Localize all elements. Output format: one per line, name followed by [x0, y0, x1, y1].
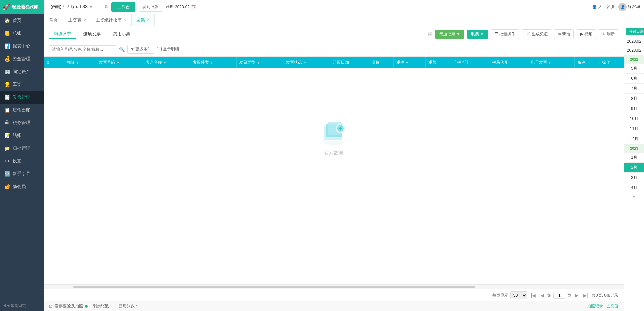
- sidebar-item-funds[interactable]: 💰 资金管理: [0, 52, 44, 65]
- scroll-down-btn[interactable]: ▼: [624, 193, 644, 200]
- date-item-month6[interactable]: 6月: [624, 74, 644, 84]
- sidebar-label-invoice: 发票管理: [13, 94, 30, 100]
- sidebar-item-reports[interactable]: 📊 报表中心: [0, 40, 44, 52]
- horizontal-scrollbar[interactable]: [73, 286, 475, 288]
- next-page-btn[interactable]: ▶: [573, 292, 580, 299]
- page-header: 销项发票 进项发票 费用小票 ⊞ 无血取票 ▼: [44, 26, 624, 42]
- company-selector[interactable]: (勿删) 江西股宝-LSS ▼: [48, 3, 101, 11]
- 2023-month3-label: 3月: [631, 175, 637, 180]
- sub-tab-sales[interactable]: 销项发票: [49, 29, 76, 39]
- search-input[interactable]: [49, 45, 116, 53]
- last-page-btn[interactable]: ▶|: [582, 292, 590, 299]
- pagination: 每页显示 50 100 200 |◀ ◀ 第 页 ▶ ▶| 共0页,: [492, 291, 618, 299]
- date-item-month12[interactable]: 12月: [624, 134, 644, 144]
- page-input[interactable]: [553, 292, 565, 299]
- customer-service-btn[interactable]: 👤 人工客服: [592, 4, 614, 10]
- refresh-btn[interactable]: ↻ 刷新: [599, 29, 618, 39]
- col-setting[interactable]: ⚙: [44, 57, 54, 68]
- tab-close-salary-report[interactable]: ✕: [124, 18, 127, 22]
- date-item-month8[interactable]: 8月: [624, 94, 644, 104]
- dot: [85, 305, 88, 308]
- user-menu[interactable]: 👤 徐溶华: [618, 3, 640, 11]
- tab-close-invoice[interactable]: ✕: [147, 18, 150, 22]
- generate-voucher-btn[interactable]: 📄 生成凭证: [522, 29, 551, 39]
- detail-checkbox[interactable]: [157, 47, 162, 51]
- month12-label: 12月: [630, 137, 638, 141]
- sidebar-item-home[interactable]: 🏠 首页: [0, 14, 44, 27]
- tax-icon: 🏛: [4, 120, 10, 125]
- copy-icon[interactable]: ⧉: [105, 4, 108, 10]
- sidebar-item-invoice[interactable]: 🧾 发票管理: [0, 91, 44, 104]
- tab-invoice[interactable]: 发票 ✕: [132, 14, 155, 26]
- date-item-2023-4[interactable]: 4月: [624, 183, 644, 193]
- tab-bar: 首页 工资表 ✕ 工资统计报表 ✕ 发票 ✕: [44, 14, 644, 26]
- date-item-2023-02-1[interactable]: 2023.02: [624, 37, 644, 46]
- date-item-2023-1[interactable]: 1月: [624, 153, 644, 163]
- sidebar-item-archive[interactable]: 📁 归档管理: [0, 142, 44, 155]
- sub-tab-expense[interactable]: 费用小票: [108, 29, 135, 39]
- date-panel-header: 开账日期 ✕: [624, 26, 644, 37]
- sidebar-item-salary[interactable]: 👷 工资: [0, 78, 44, 91]
- sidebar-item-close[interactable]: 📝 结账: [0, 129, 44, 142]
- col-invoice-category: 发票类型 ▼: [236, 57, 283, 68]
- prev-page-btn[interactable]: ◀: [539, 292, 545, 299]
- search-toolbar: 🔍 ▼ 更多条件 显示明细: [44, 42, 624, 57]
- tab-home[interactable]: 首页: [44, 14, 63, 26]
- filter-btn[interactable]: ▼ 更多条件: [127, 45, 154, 54]
- date-item-month10[interactable]: 10月: [624, 114, 644, 124]
- col-tax-rate: 税率 ▼: [393, 57, 426, 68]
- first-page-btn[interactable]: |◀: [530, 292, 537, 299]
- period-calendar-icon[interactable]: 📅: [191, 5, 196, 9]
- tab-salary[interactable]: 工资表 ✕: [63, 14, 91, 26]
- work-button[interactable]: 工作台: [111, 2, 135, 12]
- sidebar-label-member: 畅会员: [13, 184, 26, 190]
- date-item-2023-3[interactable]: 3月: [624, 173, 644, 183]
- date-panel-close-btn[interactable]: ✕: [639, 28, 643, 32]
- sidebar-label-archive: 归档管理: [13, 145, 30, 151]
- new-label: 新增: [562, 31, 570, 37]
- sidebar-item-sales-ledger[interactable]: 📋 进销台账: [0, 104, 44, 116]
- period-label: 账期: [166, 4, 174, 10]
- svg-point-0: [324, 141, 344, 145]
- date-item-2023-02-2[interactable]: 2023.02: [624, 46, 644, 55]
- check-icon: ☑: [49, 304, 53, 309]
- search-icon[interactable]: 🔍: [119, 47, 125, 52]
- get-invoice-btn[interactable]: 取票 ▼: [467, 30, 488, 39]
- cancel-fixed-btn[interactable]: ◀◀ 取消固定: [0, 301, 44, 311]
- sidebar-item-guide[interactable]: 🆕 新手引导: [0, 167, 44, 180]
- no-blood-invoice-label: 无血取票: [439, 31, 455, 37]
- sidebar-item-ledger[interactable]: 📒 总账: [0, 27, 44, 40]
- add-record-link[interactable]: 拍照记录: [587, 303, 603, 309]
- grid-view-icon[interactable]: ⊞: [428, 31, 432, 37]
- per-page-select[interactable]: 50 100 200: [510, 291, 527, 299]
- detail-checkbox-label[interactable]: 显示明细: [157, 46, 179, 52]
- tab-close-salary[interactable]: ✕: [83, 18, 86, 22]
- sidebar-item-member[interactable]: 👑 畅会员: [0, 180, 44, 193]
- sidebar-item-tax[interactable]: 🏛 税务管理: [0, 116, 44, 129]
- col-tax-amount: 税额: [426, 57, 450, 68]
- switch-version-button[interactable]: 切到旧版: [139, 2, 162, 12]
- date-item-month5[interactable]: 5月: [624, 64, 644, 74]
- tab-salary-report[interactable]: 工资统计报表 ✕: [91, 14, 132, 26]
- sub-tab-purchase[interactable]: 进项发票: [79, 29, 105, 39]
- go-recharge-link[interactable]: 去充值: [606, 303, 618, 309]
- col-checkbox[interactable]: ☐: [54, 57, 64, 68]
- salary-icon: 👷: [4, 82, 10, 87]
- sidebar-item-assets[interactable]: 🏢 固定资产: [0, 65, 44, 78]
- sidebar-item-settings[interactable]: ⚙ 设置: [0, 155, 44, 167]
- per-page-label: 每页显示: [492, 293, 508, 298]
- remain-label: 剩余张数：: [93, 303, 113, 309]
- home-icon: 🏠: [4, 18, 10, 23]
- video-btn[interactable]: ▶ 视频: [577, 29, 596, 39]
- no-blood-invoice-btn[interactable]: 无血取票 ▼: [435, 30, 464, 39]
- date-item-month9[interactable]: 9月: [624, 104, 644, 114]
- sidebar-label-ledger: 总账: [13, 30, 21, 36]
- batch-op-btn[interactable]: ☰ 批量操作: [491, 29, 519, 39]
- date-item-2023-2[interactable]: 2月: [624, 163, 644, 173]
- topbar: (勿删) 江西股宝-LSS ▼ ⧉ 工作台 切到旧版 账期 2023-02 📅 …: [44, 0, 644, 14]
- tab-label-invoice: 发票: [136, 17, 145, 23]
- date-item-month11[interactable]: 11月: [624, 124, 644, 134]
- date-label-2023-02-2: 2023.02: [627, 48, 641, 53]
- new-btn[interactable]: ⊕ 新增: [554, 29, 574, 39]
- date-item-month7[interactable]: 7月: [624, 84, 644, 94]
